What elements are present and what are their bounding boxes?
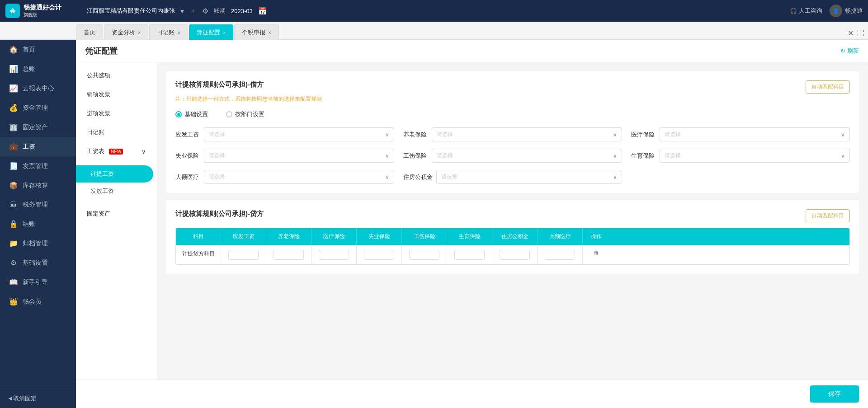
tab-voucher[interactable]: 凭证配置 × xyxy=(189,24,233,40)
tab-tax[interactable]: 个税申报 × xyxy=(234,24,278,40)
input-pension[interactable] xyxy=(274,250,303,260)
credit-auto-match-button[interactable]: 自动匹配科目 xyxy=(806,209,850,222)
left-menu-public[interactable]: 公共选项 xyxy=(76,66,157,85)
input-housing[interactable] xyxy=(500,250,529,260)
left-menu-payroll[interactable]: 计提工资 xyxy=(76,165,153,183)
tab-journal-close[interactable]: × xyxy=(177,30,180,35)
left-menu-fixed-assets[interactable]: 固定资产 xyxy=(76,204,157,223)
debit-section-note: 注：只能选择一种方式，系统将按照您当前的选择来配置规则 xyxy=(175,95,850,103)
settings-icon[interactable]: ⚙ xyxy=(202,7,208,15)
radio-department[interactable]: 按部门设置 xyxy=(226,110,264,118)
radio-basic[interactable]: 基础设置 xyxy=(175,110,208,118)
tab-home-label: 首页 xyxy=(84,28,95,37)
sidebar-item-reports[interactable]: 📈 云报表中心 xyxy=(0,79,76,98)
maximize-icon[interactable]: ⛶ xyxy=(857,29,864,38)
td-medical-val[interactable] xyxy=(311,245,357,264)
td-pension-val[interactable] xyxy=(266,245,311,264)
sidebar-item-invoice[interactable]: 🧾 发票管理 xyxy=(0,156,76,176)
left-menu-journal[interactable]: 日记账 xyxy=(76,123,157,142)
input-medical[interactable] xyxy=(319,250,349,260)
th-operation: 操作 xyxy=(583,228,610,245)
td-unemployment-val[interactable] xyxy=(357,245,402,264)
pension-placeholder: 请选择 xyxy=(437,131,453,138)
credit-section-title: 计提核算规则(公司承担)-贷方 xyxy=(175,210,264,218)
input-maternity[interactable] xyxy=(454,250,484,260)
chevron-down-icon5: ∨ xyxy=(613,153,617,159)
sidebar-label-salary: 工资 xyxy=(23,143,35,151)
td-delete-btn[interactable]: 🗑 xyxy=(583,245,610,264)
left-menu-issue-payroll[interactable]: 发放工资 xyxy=(76,183,157,200)
sidebar-item-member[interactable]: 👑 畅会员 xyxy=(0,292,76,311)
th-housing: 住房公积金 xyxy=(492,228,538,245)
logo-text: 畅捷通好会计 旗舰版 xyxy=(24,4,61,18)
sidebar-item-inventory[interactable]: 📦 库存核算 xyxy=(0,176,76,195)
housing-fund-placeholder: 请选择 xyxy=(441,173,458,181)
input-unemployment[interactable] xyxy=(364,250,394,260)
left-menu-sub: 计提工资 发放工资 xyxy=(76,161,157,204)
td-housing-val[interactable] xyxy=(492,245,538,264)
td-gross-val[interactable] xyxy=(221,245,266,264)
sidebar-item-tax[interactable]: 🏛 税务管理 xyxy=(0,195,76,214)
sidebar-item-close[interactable]: 🔒 结账 xyxy=(0,214,76,234)
tab-capital-label: 资金分析 xyxy=(112,28,135,37)
td-large-medical-val[interactable] xyxy=(538,245,583,264)
sidebar-item-assets[interactable]: 🏢 固定资产 xyxy=(0,117,76,137)
tab-tax-close[interactable]: × xyxy=(268,30,271,35)
support-label: 人工咨询 xyxy=(799,7,822,15)
radio-basic-circle xyxy=(175,111,182,117)
user-area[interactable]: 👤 畅捷通 xyxy=(830,5,863,17)
save-button[interactable]: 保存 xyxy=(810,385,859,403)
sidebar-item-settings[interactable]: ⚙ 基础设置 xyxy=(0,253,76,272)
save-bar: 保存 xyxy=(76,380,868,408)
salary-icon: 💼 xyxy=(9,142,18,151)
inventory-icon: 📦 xyxy=(9,181,18,190)
dropdown-icon[interactable]: ▾ xyxy=(180,7,184,15)
add-icon[interactable]: ＋ xyxy=(189,6,197,16)
left-menu-payroll-table[interactable]: 工资表 NEW ∨ xyxy=(76,142,157,161)
sidebar-item-archive[interactable]: 📁 归档管理 xyxy=(0,234,76,253)
tab-home[interactable]: 首页 xyxy=(76,24,103,40)
td-injury-val[interactable] xyxy=(402,245,447,264)
tab-capital[interactable]: 资金分析 × xyxy=(104,24,148,40)
refresh-button[interactable]: ↻ 刷新 xyxy=(840,47,859,55)
sidebar-item-salary[interactable]: 💼 工资 xyxy=(0,137,76,156)
td-maternity-val[interactable] xyxy=(447,245,492,264)
cancel-fixed-label: ◄取消固定 xyxy=(7,394,37,403)
tab-capital-close[interactable]: × xyxy=(138,30,141,35)
close-all-icon[interactable]: ✕ xyxy=(848,29,854,38)
large-medical-select[interactable]: 请选择 ∨ xyxy=(204,170,394,184)
injury-placeholder: 请选择 xyxy=(437,152,453,159)
app-title: 畅捷通好会计 xyxy=(24,4,61,12)
injury-select[interactable]: 请选择 ∨ xyxy=(432,149,622,163)
left-menu-purchase-invoice[interactable]: 进项发票 xyxy=(76,104,157,123)
support-button[interactable]: 🎧 人工咨询 xyxy=(790,7,822,15)
chevron-down-icon: ∨ xyxy=(385,131,389,138)
housing-fund-select[interactable]: 请选择 ∨ xyxy=(436,170,622,184)
gross-salary-select[interactable]: 请选择 ∨ xyxy=(204,127,394,141)
tab-journal[interactable]: 日记账 × xyxy=(149,24,188,40)
sidebar-item-capital[interactable]: 💰 资金管理 xyxy=(0,98,76,117)
unemployment-select[interactable]: 请选择 ∨ xyxy=(204,149,394,163)
medical-select[interactable]: 请选择 ∨ xyxy=(660,127,850,141)
capital-icon: 💰 xyxy=(9,103,18,112)
sidebar-item-guide[interactable]: 📖 新手引导 xyxy=(0,272,76,292)
debit-auto-match-button[interactable]: 自动匹配科目 xyxy=(806,80,850,94)
company-name: 江西服宝精品有限责任公司内账张 xyxy=(87,7,175,15)
sidebar-item-ledger[interactable]: 📊 总账 xyxy=(0,59,76,79)
sidebar-label-ledger: 总账 xyxy=(23,65,35,73)
debit-section-title: 计提核算规则(公司承担)-借方 xyxy=(175,80,264,89)
cancel-fixed-button[interactable]: ◄取消固定 xyxy=(0,389,76,408)
maternity-select[interactable]: 请选择 ∨ xyxy=(660,149,850,163)
chevron-down-icon7: ∨ xyxy=(385,174,389,180)
tab-voucher-close[interactable]: × xyxy=(223,30,226,35)
pension-label: 养老保险 xyxy=(403,131,428,139)
input-injury[interactable] xyxy=(409,250,439,260)
page-title: 凭证配置 xyxy=(85,46,118,56)
pension-select[interactable]: 请选择 ∨ xyxy=(432,127,622,141)
sidebar-label-assets: 固定资产 xyxy=(23,123,48,131)
sidebar-item-home[interactable]: 🏠 首页 xyxy=(0,40,76,59)
calendar-icon[interactable]: 📅 xyxy=(258,7,267,15)
input-gross[interactable] xyxy=(228,250,258,260)
left-menu-sales-invoice[interactable]: 销项发票 xyxy=(76,85,157,104)
input-large-medical[interactable] xyxy=(545,250,575,260)
